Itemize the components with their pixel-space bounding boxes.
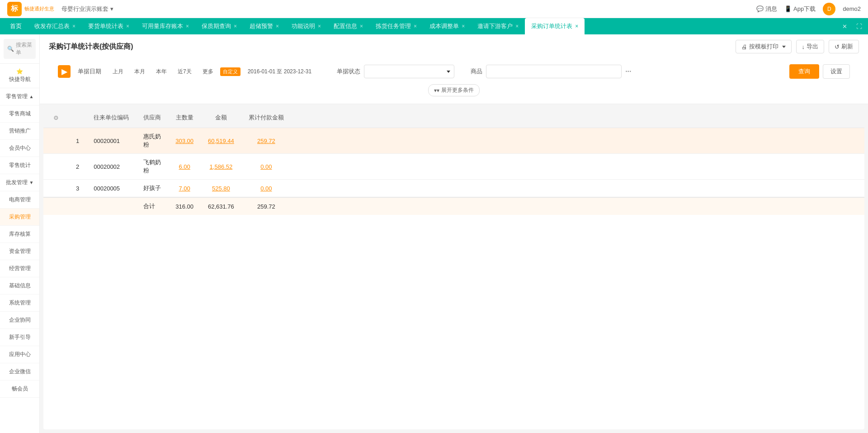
paid-amount-col-header: 累计付款金额 <box>241 108 291 128</box>
close-all-icon: ✕ <box>842 23 847 30</box>
table-footer: 合计 316.00 62,631.76 259.72 <box>43 197 864 215</box>
goods-more-button[interactable]: ··· <box>625 67 631 76</box>
date-pill-last-month[interactable]: 上月 <box>108 66 127 77</box>
goods-input[interactable] <box>486 65 622 78</box>
sidebar-item-wholesale-mgmt[interactable]: 批发管理 ▼ <box>0 174 39 191</box>
close-icon[interactable]: × <box>462 23 465 29</box>
sidebar-item-new-guide[interactable]: 新手引导 <box>0 329 39 346</box>
close-icon[interactable]: × <box>186 23 189 29</box>
close-icon[interactable]: × <box>515 23 519 29</box>
user-name[interactable]: demo2 <box>843 5 861 12</box>
sidebar-item-retail-mgmt[interactable]: 零售管理 ▲ <box>0 88 39 105</box>
chevron-down-icon <box>447 71 450 73</box>
tab-cost-adjust[interactable]: 成本调整单 × <box>423 18 471 34</box>
workspace-dropdown-icon: ▾ <box>110 5 113 12</box>
chevron-down-icon: ▼ <box>29 180 34 185</box>
tab-goods-stats[interactable]: 要货单统计表 × <box>82 18 136 34</box>
query-button[interactable]: 查询 <box>789 64 819 79</box>
sidebar-item-ops-mgmt[interactable]: 经营管理 <box>0 260 39 277</box>
date-pill-this-year[interactable]: 本年 <box>152 66 171 77</box>
filter-toggle-button[interactable]: ▶ <box>58 65 71 78</box>
paid-amount-cell[interactable]: 0.00 <box>241 154 291 180</box>
export-icon: ↓ <box>802 43 805 50</box>
tab-func-desc[interactable]: 功能说明 × <box>285 18 327 34</box>
sidebar-item-retail-store[interactable]: 零售商城 <box>0 105 39 123</box>
settings-button[interactable]: 设置 <box>823 64 850 79</box>
tab-purchase-stats[interactable]: 采购订单统计表 × <box>525 18 585 34</box>
status-select[interactable] <box>364 65 454 78</box>
expand-more-button[interactable]: ▾▾ 展开更多条件 <box>428 84 480 96</box>
export-button[interactable]: ↓ 导出 <box>796 40 825 53</box>
app-download-action[interactable]: 📱 App下载 <box>784 5 816 13</box>
refresh-button[interactable]: ↺ 刷新 <box>829 40 859 53</box>
tab-home[interactable]: 首页 <box>4 18 28 34</box>
workspace-selector[interactable]: 母婴行业演示账套 ▾ <box>58 3 117 15</box>
qty-cell[interactable]: 6.00 <box>168 154 201 180</box>
fullscreen-button[interactable]: ⛶ <box>854 21 864 32</box>
close-icon[interactable]: × <box>234 23 237 29</box>
column-settings-button[interactable]: ⚙ <box>51 112 61 123</box>
sidebar-item-vip-member[interactable]: 畅会员 <box>0 381 39 398</box>
tab-validity-query[interactable]: 保质期查询 × <box>195 18 243 34</box>
expand-icon: ▾▾ <box>434 87 439 94</box>
top-bar-left: 标 畅捷通好生意 母婴行业演示账套 ▾ <box>7 2 117 16</box>
supplier-cell: 飞鹤奶粉 <box>136 154 168 180</box>
date-pill-more[interactable]: 更多 <box>198 66 217 77</box>
paid-amount-cell[interactable]: 259.72 <box>241 128 291 154</box>
sidebar-item-fund-mgmt[interactable]: 资金管理 <box>0 243 39 260</box>
sidebar-item-app-center[interactable]: 应用中心 <box>0 346 39 363</box>
sidebar-item-member-center[interactable]: 会员中心 <box>0 140 39 157</box>
avatar[interactable]: D <box>823 3 835 15</box>
sidebar-item-quick-nav[interactable]: ⭐ 快捷导航 <box>0 64 39 88</box>
chevron-right-icon: ▶ <box>61 67 67 76</box>
tab-receipt-summary[interactable]: 收发存汇总表 × <box>28 18 82 34</box>
sidebar-item-marketing[interactable]: 营销推广 <box>0 123 39 140</box>
qty-cell[interactable]: 303.00 <box>168 128 201 154</box>
sidebar-item-enterprise-wechat[interactable]: 企业微信 <box>0 363 39 381</box>
close-icon[interactable]: × <box>318 23 321 29</box>
chevron-down-icon <box>782 46 786 48</box>
tab-picking-task[interactable]: 拣货任务管理 × <box>369 18 423 34</box>
supplier-col-header: 供应商 <box>136 108 168 128</box>
refresh-icon: ↺ <box>835 43 840 50</box>
sidebar-item-purchase-mgmt[interactable]: 采购管理 <box>0 209 39 226</box>
amount-cell[interactable]: 60,519.44 <box>201 128 241 154</box>
tab-overstock-alert[interactable]: 超储预警 × <box>243 18 285 34</box>
sidebar-item-inventory-check[interactable]: 库存核算 <box>0 226 39 243</box>
close-icon[interactable]: × <box>414 23 417 29</box>
footer-paid-amount: 259.72 <box>241 197 291 215</box>
close-icon[interactable]: × <box>72 23 75 29</box>
unit-code-cell: 00020001 <box>86 128 136 154</box>
close-icon[interactable]: × <box>276 23 279 29</box>
tab-invite-downstream[interactable]: 邀请下游客户 × <box>471 18 525 34</box>
date-pill-7days[interactable]: 近7天 <box>174 66 196 77</box>
sidebar-item-retail-stats[interactable]: 零售统计 <box>0 157 39 174</box>
paid-amount-cell[interactable]: 0.00 <box>241 180 291 198</box>
download-icon: 📱 <box>784 5 792 12</box>
close-icon[interactable]: × <box>360 23 363 29</box>
template-print-button[interactable]: 🖨 按模板打印 <box>736 40 792 53</box>
close-all-tabs-button[interactable]: ✕ <box>839 21 850 32</box>
amount-cell[interactable]: 525.80 <box>201 180 241 198</box>
close-icon[interactable]: × <box>126 23 129 29</box>
amount-cell[interactable]: 1,586.52 <box>201 154 241 180</box>
filter-row-1: ▶ 单据日期 上月 本月 本年 近7天 更多 自定义 2016-01-01 至 … <box>58 64 850 79</box>
sidebar-search-input[interactable]: 🔍 搜索菜单 <box>4 39 36 59</box>
sidebar-item-sys-mgmt[interactable]: 系统管理 <box>0 295 39 312</box>
sidebar-item-basic-info[interactable]: 基础信息 <box>0 277 39 295</box>
date-pill-this-month[interactable]: 本月 <box>130 66 149 77</box>
message-action[interactable]: 💬 消息 <box>756 5 777 13</box>
sidebar-item-enterprise-collab[interactable]: 企业协同 <box>0 312 39 329</box>
tab-config-info[interactable]: 配置信息 × <box>327 18 369 34</box>
table-row[interactable]: 1 00020001 惠氏奶粉 303.00 60,519.44 259.72 <box>43 128 864 154</box>
sidebar-item-ecom-mgmt[interactable]: 电商管理 <box>0 191 39 209</box>
qty-cell[interactable]: 7.00 <box>168 180 201 198</box>
page-actions: 🖨 按模板打印 ↓ 导出 ↺ 刷新 <box>736 40 859 53</box>
sidebar-search-area[interactable]: 🔍 搜索菜单 <box>0 34 39 64</box>
message-icon: 💬 <box>756 5 764 12</box>
table-row[interactable]: 2 00020002 飞鹤奶粉 6.00 1,586.52 0.00 <box>43 154 864 180</box>
close-icon[interactable]: × <box>575 23 578 29</box>
table-row[interactable]: 3 00020005 好孩子 7.00 525.80 0.00 <box>43 180 864 198</box>
tab-inventory-ledger[interactable]: 可用量库存账本 × <box>136 18 195 34</box>
custom-date-badge[interactable]: 自定义 <box>220 67 241 76</box>
